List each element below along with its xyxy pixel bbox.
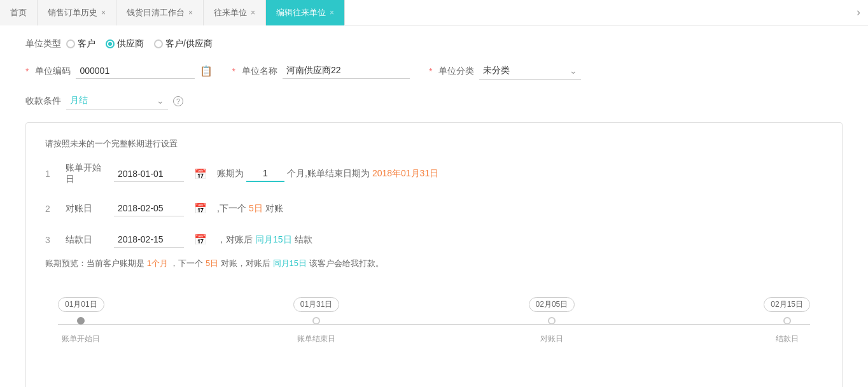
payment-condition-select[interactable]: 月结 ⌄: [66, 92, 168, 109]
unit-category-dropdown-icon: ⌄: [570, 66, 577, 76]
period-desc-suffix-2: 对账: [265, 203, 283, 215]
unit-info-row: * 单位编码 📋 * 单位名称 * 单位分类 未分类 ⌄: [25, 62, 843, 80]
unit-type-row: 单位类型 客户 供应商 客户/供应商: [25, 38, 843, 50]
timeline-point-2: 01月31日 账单结束日: [293, 297, 340, 344]
timeline-point-4: 02月15日 结款日: [764, 297, 810, 344]
unit-type-label: 单位类型: [25, 38, 61, 50]
timeline-badge-2: 01月31日: [293, 297, 340, 312]
period-date-input-2[interactable]: [114, 201, 184, 216]
timeline-label-2: 账单结束日: [297, 334, 335, 344]
copy-icon[interactable]: 📋: [200, 65, 213, 77]
timeline-dot-4: [783, 317, 791, 325]
tab-cash-work-label: 钱货日清工作台: [127, 7, 185, 18]
payment-condition-value: 月结: [70, 95, 151, 106]
unit-type-radio-group: 客户 供应商 客户/供应商: [66, 38, 213, 50]
radio-both[interactable]: 客户/供应商: [154, 38, 213, 50]
radio-both-label: 客户/供应商: [165, 38, 213, 50]
period-desc-prefix-1: 账期为: [217, 168, 244, 179]
unit-code-group: * 单位编码 📋: [25, 63, 213, 79]
timeline-point-1: 01月01日 账单开始日: [58, 297, 104, 344]
months-input[interactable]: [246, 165, 284, 182]
help-icon[interactable]: ?: [173, 96, 183, 106]
preview-part2: 5日: [206, 258, 218, 268]
unit-category-select[interactable]: 未分类 ⌄: [479, 62, 581, 80]
tab-counterpart[interactable]: 往来单位 ×: [204, 0, 266, 25]
timeline-badge-3: 02月05日: [529, 297, 575, 312]
radio-supplier-label: 供应商: [117, 38, 144, 50]
tab-edit-counterpart[interactable]: 编辑往来单位 ×: [266, 0, 345, 25]
period-num-1: 1: [45, 169, 55, 179]
timeline-container: 01月01日 账单开始日 01月31日 账单结束日 02月05日 对账: [45, 285, 823, 363]
period-desc-1: 账期为 个月,账单结束日期为 2018年01月31日: [217, 165, 438, 182]
period-desc-suffix-1: 个月,账单结束日期为: [287, 168, 370, 179]
preview-sep1: ，下一个: [170, 258, 203, 268]
payment-condition-dropdown-icon: ⌄: [157, 95, 164, 106]
radio-supplier[interactable]: 供应商: [106, 38, 144, 50]
radio-both-circle: [154, 39, 163, 48]
tabs-bar: 首页 销售订单历史 × 钱货日清工作台 × 往来单位 × 编辑往来单位 × ›: [0, 0, 868, 25]
unit-code-label: 单位编码: [35, 66, 71, 77]
unit-name-label: 单位名称: [242, 66, 277, 77]
unit-type-group: 单位类型 客户 供应商 客户/供应商: [25, 38, 213, 50]
period-date-input-1[interactable]: [114, 166, 184, 182]
timeline-dot-1: [77, 317, 85, 325]
period-highlight-2: 5日: [249, 203, 263, 215]
period-desc-prefix-2: ,下一个: [217, 203, 246, 215]
tab-sales-history-close[interactable]: ×: [101, 8, 106, 17]
calendar-icon-1[interactable]: 📅: [194, 168, 207, 180]
preview-text: 账期预览：当前客户账期是 1个月 ，下一个 5日 对账，对账后 同月15日 该客…: [45, 258, 823, 269]
period-highlight-3: 同月15日: [255, 234, 292, 246]
tab-sales-history-label: 销售订单历史: [48, 7, 97, 18]
tab-home[interactable]: 首页: [0, 0, 38, 25]
end-date-highlight: 2018年01月31日: [372, 168, 438, 179]
main-content: 单位类型 客户 供应商 客户/供应商 * 单位编码: [0, 25, 868, 387]
radio-supplier-circle: [106, 39, 115, 48]
tab-cash-work-close[interactable]: ×: [188, 8, 193, 17]
period-date-input-3[interactable]: [114, 232, 184, 248]
preview-label: 账期预览：当前客户账期是: [45, 258, 144, 268]
payment-condition-group: 收款条件 月结 ⌄ ?: [25, 92, 183, 109]
tab-cash-work[interactable]: 钱货日清工作台 ×: [116, 0, 204, 25]
period-desc-prefix-3: ，对账后: [217, 234, 253, 246]
radio-customer[interactable]: 客户: [66, 38, 95, 50]
radio-customer-label: 客户: [78, 38, 95, 50]
tab-home-label: 首页: [10, 7, 27, 18]
unit-category-value: 未分类: [483, 65, 564, 76]
period-desc-suffix-3: 结款: [295, 234, 312, 246]
period-row-2: 2 对账日 📅 ,下一个 5日 对账: [45, 201, 823, 216]
tab-counterpart-close[interactable]: ×: [251, 8, 255, 17]
timeline-dots: 01月01日 账单开始日 01月31日 账单结束日 02月05日 对账: [58, 297, 810, 344]
unit-category-required: *: [429, 66, 432, 76]
unit-code-input[interactable]: [76, 63, 195, 79]
unit-name-required: *: [232, 66, 235, 76]
tab-edit-counterpart-close[interactable]: ×: [330, 8, 334, 17]
period-num-3: 3: [45, 235, 55, 245]
timeline-dot-2: [312, 317, 320, 325]
tab-counterpart-label: 往来单位: [214, 7, 247, 18]
preview-part1: 1个月: [147, 258, 168, 268]
period-label-1: 账单开始日: [66, 162, 104, 185]
unit-category-group: * 单位分类 未分类 ⌄: [429, 62, 581, 80]
period-label-3: 结款日: [66, 234, 104, 246]
settings-panel: 请按照未来的一个完整帐期进行设置 1 账单开始日 📅 账期为 个月,账单结束日期…: [25, 122, 843, 387]
preview-part3: 同月15日: [273, 258, 307, 268]
unit-name-input[interactable]: [283, 63, 410, 79]
calendar-icon-3[interactable]: 📅: [194, 234, 207, 246]
unit-code-required: *: [25, 66, 29, 76]
period-row-3: 3 结款日 📅 ，对账后 同月15日 结款: [45, 232, 823, 248]
timeline-badge-1: 01月01日: [58, 297, 104, 312]
unit-category-label: 单位分类: [438, 66, 474, 77]
tab-edit-counterpart-label: 编辑往来单位: [276, 7, 326, 18]
calendar-icon-2[interactable]: 📅: [194, 202, 207, 215]
tab-sales-history[interactable]: 销售订单历史 ×: [38, 0, 116, 25]
timeline-label-3: 对账日: [540, 334, 563, 344]
timeline-point-3: 02月05日 对账日: [529, 297, 575, 344]
tab-more-button[interactable]: ›: [849, 0, 868, 25]
preview-sep2: 对账，对账后: [221, 258, 270, 268]
payment-condition-row: 收款条件 月结 ⌄ ?: [25, 92, 843, 109]
payment-condition-label: 收款条件: [25, 95, 61, 107]
unit-name-group: * 单位名称: [232, 63, 409, 79]
period-desc-3: ，对账后 同月15日 结款: [217, 234, 312, 246]
timeline-label-1: 账单开始日: [62, 334, 100, 344]
radio-customer-circle: [66, 39, 75, 48]
